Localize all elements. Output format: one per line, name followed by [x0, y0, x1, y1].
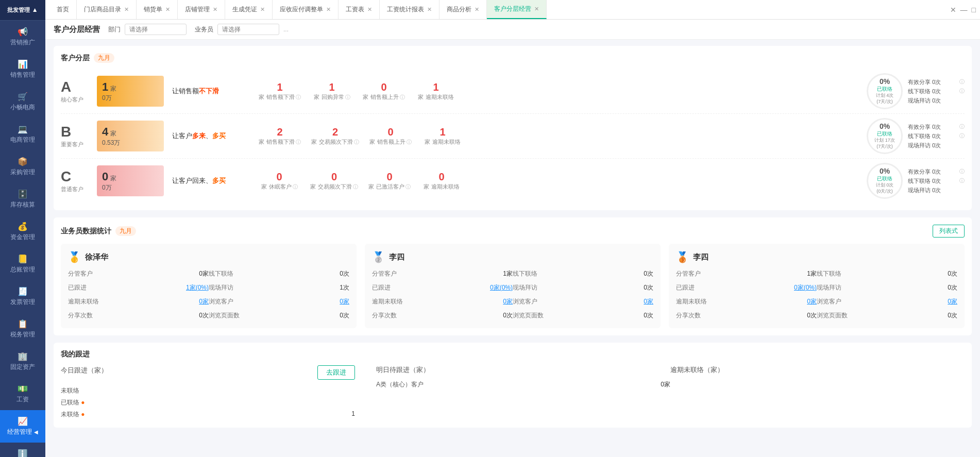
- val-overdue-2[interactable]: 0家: [503, 297, 513, 306]
- tab-store-manage[interactable]: 店铺管理 ✕: [178, 0, 225, 19]
- staff-filter-input[interactable]: [217, 24, 279, 35]
- staff-title-group: 业务员数据统计 九月: [61, 226, 136, 236]
- metric-a-2: 1 家回购异常 ⓘ: [311, 81, 352, 101]
- sidebar-item-shuiwu[interactable]: 📋 税务管理: [0, 313, 45, 345]
- staff-section-header: 业务员数据统计 九月 列表式: [61, 225, 965, 238]
- metric-c-4-label: 家逾期未联络: [424, 183, 460, 191]
- goto-follow-button[interactable]: 去跟进: [317, 365, 355, 380]
- stat-c-share-label: 有效分享 0次: [908, 168, 941, 176]
- follow-today-val-3: 1: [351, 410, 355, 419]
- stat-b-visit: 现场拜访 0次: [908, 142, 965, 149]
- follow-today-col: 今日跟进（家） 去跟进 未联络 已联络 ● 未联络 ● 1: [61, 365, 355, 420]
- follow-grid: 今日跟进（家） 去跟进 未联络 已联络 ● 未联络 ● 1: [61, 365, 965, 420]
- stat-b-visit-label: 现场拜访 0次: [908, 142, 941, 149]
- list-view-button[interactable]: 列表式: [933, 225, 965, 238]
- stat-c-share: 有效分享 0次 ⓘ: [908, 168, 965, 176]
- sidebar-item-yingxiao[interactable]: 📢 营销推广: [0, 21, 45, 53]
- tab-close-sales-order[interactable]: ✕: [165, 6, 170, 13]
- dept-filter-label: 部门: [108, 25, 121, 34]
- tab-goods-analysis[interactable]: 商品分析 ✕: [440, 0, 487, 19]
- tab-close-all[interactable]: ✕: [950, 6, 956, 14]
- sidebar-item-jichu[interactable]: ℹ️ 基础信息: [0, 443, 45, 457]
- staff-stat-1-followed: 已跟进 1家(0%): [68, 282, 209, 293]
- metric-b-4-label: 家逾期未联络: [425, 138, 461, 146]
- tier-suggest-a: 让销售额不下滑: [172, 87, 255, 96]
- metric-b-1-label: 家销售额下滑 ⓘ: [259, 138, 301, 146]
- metric-c-2: 0 家交易频次下滑 ⓘ: [310, 171, 358, 191]
- circle-pct-b: 0%: [880, 122, 890, 130]
- val-followed-2[interactable]: 0家(0%): [490, 283, 513, 292]
- tier-count-unit-a: 家: [110, 85, 116, 92]
- sidebar-item-xiaochang[interactable]: 🛒 小畅电商: [0, 86, 45, 118]
- staff-stat-2-overdue: 逾期未联络 0家: [372, 296, 513, 307]
- val-followed-1[interactable]: 1家(0%): [186, 283, 209, 292]
- tab-close-goods-analysis[interactable]: ✕: [475, 6, 479, 13]
- tab-bar: 首页 门店商品目录 ✕ 销货单 ✕ 店铺管理 ✕ 生成凭证 ✕ 应收应付调整单 …: [45, 0, 980, 20]
- val-overdue-3[interactable]: 0家: [807, 297, 817, 306]
- tab-minimize[interactable]: —: [960, 6, 968, 14]
- sidebar-item-xiaoshou[interactable]: 📊 销售管理: [0, 53, 45, 86]
- tab-voucher[interactable]: 生成凭证 ✕: [225, 0, 273, 19]
- metric-c-3-num: 0: [386, 171, 392, 183]
- tab-ap-adjustment[interactable]: 应收应付调整单 ✕: [273, 0, 339, 19]
- staff-stat-1-browse: 浏览客户 0家: [209, 296, 349, 307]
- tab-close-store-manage[interactable]: ✕: [213, 6, 217, 13]
- stat-b-share: 有效分享 0次 ⓘ: [908, 123, 965, 131]
- circle-label-c: 已联络: [877, 175, 892, 182]
- tab-close-store-products[interactable]: ✕: [124, 6, 129, 13]
- tier-count-num-c: 0: [102, 170, 108, 183]
- val-browse-3[interactable]: 0家: [948, 297, 957, 306]
- tab-close-ap-adjustment[interactable]: ✕: [326, 6, 331, 13]
- circle-label-b: 已联络: [877, 130, 892, 138]
- staff-stat-1-share: 分享次数 0次: [68, 310, 209, 321]
- val-browse-2[interactable]: 0家: [644, 297, 653, 306]
- sidebar-item-caigou[interactable]: 📦 采购管理: [0, 150, 45, 183]
- follow-tomorrow-val-1: 0家: [661, 380, 670, 389]
- gongzi-icon: 💵: [2, 384, 43, 394]
- metric-b-2-num: 2: [332, 126, 338, 138]
- staff-stat-3-browse: 浏览客户 0家: [817, 296, 957, 307]
- follow-tomorrow-col: 明日待跟进（家） A类（核心）客户 0家: [376, 365, 670, 391]
- metric-b-4: 1 家逾期未联络: [422, 126, 463, 146]
- sidebar-item-jingying[interactable]: 📈 经营管理 ◀: [0, 410, 45, 443]
- stat-b-share-label: 有效分享 0次: [908, 123, 941, 131]
- tab-payroll-report[interactable]: 工资统计报表 ✕: [380, 0, 440, 19]
- tab-close-payroll-report[interactable]: ✕: [427, 6, 432, 13]
- sidebar-logo[interactable]: 批发管理 ▲: [0, 0, 45, 21]
- tab-store-products[interactable]: 门店商品目录 ✕: [77, 0, 137, 19]
- staff-stat-2-browse: 浏览客户 0家: [513, 296, 653, 307]
- val-overdue-1[interactable]: 0家: [199, 297, 209, 306]
- tab-close-voucher[interactable]: ✕: [260, 6, 265, 13]
- tab-close-customer-tier[interactable]: ✕: [534, 6, 539, 12]
- metric-a-4-num: 1: [433, 81, 438, 93]
- filter-more[interactable]: ...: [283, 26, 289, 33]
- sidebar-item-gongzi[interactable]: 💵 工资: [0, 378, 45, 410]
- follow-today-title: 今日跟进（家）: [61, 366, 108, 375]
- follow-today-label-3: 未联络 ●: [61, 410, 85, 419]
- label-overdue-2: 逾期未联络: [372, 297, 403, 306]
- main-area: 首页 门店商品目录 ✕ 销货单 ✕ 店铺管理 ✕ 生成凭证 ✕ 应收应付调整单 …: [45, 0, 980, 457]
- sidebar-item-kucun[interactable]: 🗄️ 库存核算: [0, 183, 45, 215]
- stat-c-offline: 线下联络 0次 ⓘ: [908, 177, 965, 185]
- tab-home[interactable]: 首页: [49, 0, 77, 19]
- sidebar-item-fapiao[interactable]: 🧾 发票管理: [0, 280, 45, 313]
- jichu-icon: ℹ️: [2, 449, 43, 457]
- sidebar-item-zijin[interactable]: 💰 资金管理: [0, 215, 45, 248]
- tab-close-payroll[interactable]: ✕: [367, 6, 372, 13]
- tab-payroll[interactable]: 工资表 ✕: [339, 0, 380, 19]
- sidebar-item-zonzhang[interactable]: 📒 总账管理: [0, 248, 45, 280]
- tab-customer-tier[interactable]: 客户分层经营 ✕: [487, 0, 547, 19]
- sidebar-item-diansshang[interactable]: 💻 电商管理: [0, 118, 45, 150]
- tab-expand[interactable]: □: [972, 6, 976, 14]
- val-browse-1[interactable]: 0家: [340, 297, 349, 306]
- val-followed-3[interactable]: 0家(0%): [794, 283, 817, 292]
- val-fenguan-3: 1家: [807, 269, 817, 278]
- dept-filter-input[interactable]: [125, 24, 187, 35]
- staff-stat-1-visit: 现场拜访 1次: [209, 282, 349, 293]
- sidebar-item-gudingzichan[interactable]: 🏢 固定资产: [0, 345, 45, 378]
- val-fenguan-1: 0家: [199, 269, 209, 278]
- metric-a-1-num: 1: [277, 81, 282, 93]
- tier-circle-c: 0% 已联络 计划 0次(0天/次): [867, 163, 903, 199]
- staff-filter-group: 业务员 ...: [195, 24, 289, 35]
- tab-sales-order[interactable]: 销货单 ✕: [137, 0, 178, 19]
